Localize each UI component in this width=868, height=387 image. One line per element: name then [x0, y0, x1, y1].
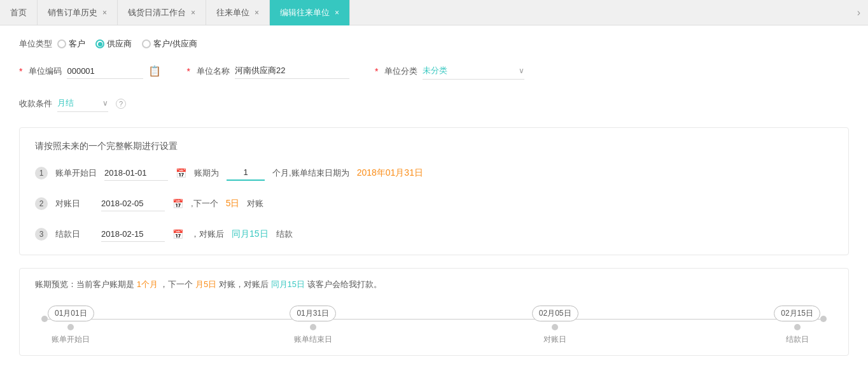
timeline-nodes: 01月01日 账单开始日 01月31日 账单结束日 02月05日 对账日 [48, 306, 820, 345]
payment-condition-label: 收款条件 [19, 98, 52, 109]
payment-day-highlight: 同月15日 [232, 229, 269, 240]
radio-supplier-label: 供应商 [107, 38, 132, 50]
unit-code-input[interactable] [67, 64, 143, 79]
timeline-node-1: 01月01日 账单开始日 [48, 306, 94, 345]
period-row-num-2: 2 [35, 197, 48, 210]
start-date-input[interactable] [104, 165, 168, 181]
radio-supplier[interactable]: 供应商 [95, 38, 132, 50]
timeline-node-4: 02月15日 结款日 [774, 306, 820, 345]
preview-middle2: 对账，对账后 [219, 279, 269, 289]
timeline-badge-3: 02月05日 [532, 306, 578, 321]
preview-payment-day: 同月15日 [271, 279, 305, 289]
preview-section: 账期预览：当前客户账期是 1个月 ，下一个 月5日 对账，对账后 同月15日 该… [19, 268, 849, 356]
timeline-label-1: 账单开始日 [52, 334, 90, 345]
timeline-dot-4 [794, 324, 801, 330]
timeline: 01月01日 账单开始日 01月31日 账单结束日 02月05日 对账日 [35, 306, 833, 345]
timeline-dot-3 [552, 324, 558, 330]
period-card-title: 请按照未来的一个完整帐期进行设置 [35, 141, 833, 152]
period-desc-middle-1: 个月,账单结束日期为 [272, 167, 349, 179]
reconcile-desc-2: 对账 [247, 198, 263, 209]
tab-cash-work[interactable]: 钱货日清工作台 × [118, 0, 206, 25]
payment-chevron-icon: ∨ [102, 99, 108, 108]
unit-code-copy-icon[interactable]: 📋 [148, 65, 161, 77]
payment-condition-field: 收款条件 月结 ∨ ? [19, 95, 126, 112]
preview-prefix: 账期预览：当前客户账期是 [35, 279, 134, 289]
radio-group-unit-type: 客户 供应商 客户/供应商 [57, 38, 197, 50]
radio-both[interactable]: 客户/供应商 [142, 38, 197, 50]
tab-home[interactable]: 首页 [0, 0, 38, 25]
timeline-left-dot [41, 316, 48, 322]
timeline-label-2: 账单结束日 [294, 334, 332, 345]
unit-name-label: 单位名称 [197, 66, 230, 77]
preview-text: 账期预览：当前客户账期是 1个月 ，下一个 月5日 对账，对账后 同月15日 该… [35, 279, 833, 290]
reconcile-date-calendar-icon[interactable]: 📅 [172, 199, 183, 209]
tab-counterparty[interactable]: 往来单位 × [206, 0, 270, 25]
unit-name-field: * 单位名称 [186, 64, 349, 79]
unit-name-star: * [186, 66, 190, 76]
unit-category-field: * 单位分类 未分类 ∨ [375, 62, 524, 80]
close-counterparty[interactable]: × [255, 8, 259, 17]
timeline-node-3: 02月05日 对账日 [532, 306, 578, 345]
reconcile-date-input[interactable] [101, 196, 165, 211]
unit-type-row: 单位类型 客户 供应商 客户/供应商 [19, 38, 849, 50]
preview-middle1: ，下一个 [160, 279, 193, 289]
unit-code-field: * 单位编码 📋 [19, 64, 161, 79]
unit-category-value: 未分类 [423, 65, 515, 76]
timeline-label-4: 结款日 [786, 334, 809, 345]
radio-both-circle [142, 39, 151, 48]
preview-suffix: 该客户会给我打款。 [307, 279, 382, 289]
start-date-calendar-icon[interactable]: 📅 [176, 168, 186, 178]
unit-info-row: * 单位编码 📋 * 单位名称 * 单位分类 未分类 ∨ [19, 62, 849, 80]
timeline-right-dot [820, 316, 827, 322]
unit-category-star: * [375, 66, 378, 76]
unit-type-field: 单位类型 客户 供应商 客户/供应商 [19, 38, 197, 50]
period-row-3: 3 结款日 📅 ，对账后 同月15日 结款 [35, 227, 833, 242]
radio-customer[interactable]: 客户 [57, 38, 85, 50]
reconcile-day-highlight: 5日 [226, 198, 240, 209]
timeline-node-2: 01月31日 账单结束日 [290, 306, 336, 345]
preview-reconcile-day: 月5日 [195, 279, 216, 289]
payment-condition-dropdown[interactable]: 月结 ∨ [57, 95, 108, 112]
payment-date-input[interactable] [101, 227, 165, 242]
month-count-input[interactable] [227, 165, 265, 181]
unit-type-label: 单位类型 [19, 38, 52, 50]
tab-edit-counterparty[interactable]: 编辑往来单位 × [270, 0, 350, 25]
unit-code-star: * [19, 66, 22, 76]
tab-bar: 首页 销售订单历史 × 钱货日清工作台 × 往来单位 × 编辑往来单位 × › [0, 0, 868, 25]
radio-customer-label: 客户 [69, 38, 85, 50]
timeline-badge-1: 01月01日 [48, 306, 94, 321]
help-icon[interactable]: ? [116, 99, 126, 109]
timeline-dot-1 [67, 324, 74, 330]
radio-customer-circle [57, 39, 66, 48]
chevron-down-icon: ∨ [519, 66, 524, 75]
period-settings-card: 请按照未来的一个完整帐期进行设置 1 账单开始日 📅 账期为 个月,账单结束日期… [19, 127, 849, 255]
close-cash-work[interactable]: × [191, 8, 195, 17]
period-row-num-3: 3 [35, 228, 48, 241]
reconcile-desc-1: ,下一个 [191, 198, 218, 209]
close-edit-counterparty[interactable]: × [335, 8, 339, 17]
unit-name-input[interactable] [235, 64, 349, 79]
period-label-3: 结款日 [55, 229, 94, 240]
tab-more-button[interactable]: › [850, 7, 868, 18]
period-desc-prefix-1: 账期为 [194, 167, 219, 179]
tab-sales-history[interactable]: 销售订单历史 × [38, 0, 118, 25]
preview-months: 1个月 [137, 279, 158, 289]
close-sales-history[interactable]: × [102, 8, 107, 17]
payment-condition-value: 月结 [57, 97, 99, 109]
timeline-label-3: 对账日 [543, 334, 566, 345]
end-date-highlight: 2018年01月31日 [357, 167, 423, 179]
period-label-2: 对账日 [55, 198, 94, 209]
unit-category-label: 单位分类 [384, 66, 417, 77]
period-row-1: 1 账单开始日 📅 账期为 个月,账单结束日期为 2018年01月31日 [35, 165, 833, 181]
unit-category-dropdown[interactable]: 未分类 ∨ [423, 62, 524, 80]
period-label-1: 账单开始日 [55, 167, 97, 179]
payment-desc-2: 结款 [276, 229, 293, 240]
timeline-track: 01月01日 账单开始日 01月31日 账单结束日 02月05日 对账日 [48, 306, 820, 345]
period-row-2: 2 对账日 📅 ,下一个 5日 对账 [35, 196, 833, 211]
unit-code-label: 单位编码 [29, 66, 62, 77]
payment-desc-1: ，对账后 [191, 229, 224, 240]
payment-date-calendar-icon[interactable]: 📅 [172, 229, 183, 239]
timeline-dot-2 [310, 324, 316, 330]
timeline-badge-4: 02月15日 [774, 306, 820, 321]
main-content: 单位类型 客户 供应商 客户/供应商 * 单位编码 [0, 25, 868, 387]
